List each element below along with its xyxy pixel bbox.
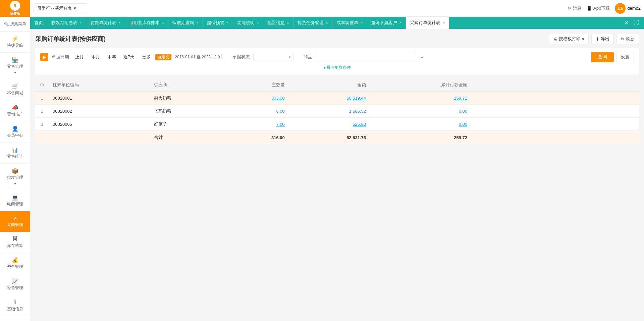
retail-mgmt-icon: 🏪	[12, 57, 18, 63]
tab-invite-downstream[interactable]: 邀请下游客户 ×	[367, 17, 406, 29]
tab-pick-task-mgmt-close[interactable]: ×	[326, 20, 328, 25]
table-row: 2 00020002 飞鹤奶粉 6.00 1,586.52 0.00	[35, 105, 639, 118]
filter-more-icon[interactable]: ···	[420, 55, 423, 60]
page-header: 采购订单统计表(按供应商) 🖨 按模板打印 ▾ ⬇ 导出 ↻ 刷新	[35, 34, 639, 44]
tab-pick-task-mgmt[interactable]: 拣货任务管理 ×	[293, 17, 332, 29]
query-button[interactable]: 查询	[591, 52, 614, 62]
date-btn-more[interactable]: 更多	[139, 53, 153, 61]
tab-goods-stats[interactable]: 要货单统计表 ×	[86, 17, 125, 29]
tab-over-stock-warning[interactable]: 超储预警 ×	[203, 17, 233, 29]
logo-icon-text: 6	[14, 3, 16, 8]
sidebar-item-quick-nav-label: 快捷导航	[7, 43, 23, 48]
tab-cost-adjust[interactable]: 成本调整单 ×	[332, 17, 367, 29]
row-2-paid-link[interactable]: 0.00	[459, 109, 467, 114]
tabbar-close-all-button[interactable]: ✕	[623, 19, 630, 27]
filter-expand-row: ▾ 展开更多条件	[40, 65, 634, 70]
row-1-paid-link[interactable]: 259.72	[454, 96, 467, 101]
tab-config-info[interactable]: 配置信息 ×	[263, 17, 293, 29]
status-select[interactable]	[253, 53, 293, 61]
tabbar-maximize-button[interactable]: ⛶	[632, 19, 641, 26]
footer-qty: 316.00	[225, 131, 289, 144]
row-2-qty-link[interactable]: 6.00	[276, 109, 284, 114]
logo-icon: 6	[10, 1, 20, 11]
sidebar-item-quick-nav[interactable]: ⚡ 快捷导航	[0, 32, 30, 53]
quick-nav-icon: ⚡	[12, 36, 18, 42]
sidebar-search-button[interactable]: 🔍 搜索菜单	[2, 19, 28, 29]
row-3-qty-link[interactable]: 7.00	[276, 122, 284, 127]
avatar: Ea	[615, 3, 626, 14]
tab-expiry-query[interactable]: 保质期查询 ×	[168, 17, 203, 29]
sidebar-item-retail-stats[interactable]: 📊 零售统计	[0, 143, 30, 164]
tab-available-stock[interactable]: 可用量库存账本 ×	[125, 17, 168, 29]
tab-goods-stats-close[interactable]: ×	[118, 20, 121, 25]
col-amount: 金额	[289, 78, 370, 92]
tab-purchase-order-stats[interactable]: 采购订单统计表 ×	[406, 17, 449, 29]
tab-cost-adjust-close[interactable]: ×	[360, 20, 363, 25]
date-btn-last-7days[interactable]: 近7天	[121, 53, 137, 61]
goods-input[interactable]	[316, 53, 416, 61]
export-label: 导出	[601, 36, 609, 42]
tab-available-stock-close[interactable]: ×	[162, 20, 164, 25]
topbar-message-button[interactable]: ✉ 消息	[568, 5, 582, 11]
sidebar-item-ecommerce-mgmt[interactable]: 💻 电商管理	[0, 190, 30, 211]
sidebar-item-retail-mgmt[interactable]: 🏪 零售管理 ▾	[0, 53, 30, 79]
sidebar: 6 标签版 🔍 搜索菜单 ⚡ 快捷导航 🏪 零售管理 ▾ 🛒	[0, 0, 30, 321]
tab-receive-send[interactable]: 收发存汇总表 ×	[47, 17, 86, 29]
row-2-amount-link[interactable]: 1,586.52	[349, 109, 366, 114]
workspace-selector[interactable]: 母婴行业演示账套 ▾	[34, 3, 87, 13]
tab-expiry-query-label: 保质期查询	[172, 20, 194, 26]
row-2-qty: 6.00	[225, 105, 289, 118]
row-3-qty: 7.00	[225, 118, 289, 131]
user-name: demo2	[627, 6, 641, 11]
col-empty	[471, 78, 639, 92]
sidebar-item-sys-mgmt[interactable]: ⚙ 系统管理	[0, 316, 30, 321]
expand-down-icon: ▾	[324, 65, 326, 70]
sidebar-item-purchase-mgmt[interactable]: 🛍 采购管理	[0, 211, 30, 232]
topbar: 母婴行业演示账套 ▾ ✉ 消息 📱 App下载 Ea demo2	[30, 0, 644, 17]
tabbar-actions: ✕ ⛶	[623, 19, 644, 27]
row-3-amount-link[interactable]: 525.80	[353, 122, 366, 127]
tab-home[interactable]: 首页	[30, 17, 47, 29]
refresh-button[interactable]: ↻ 刷新	[616, 34, 639, 44]
date-label: 单据日期	[52, 54, 69, 60]
date-btn-this-month[interactable]: 本月	[89, 53, 103, 61]
inventory-check-icon: 🗄	[12, 236, 18, 242]
purchase-mgmt-icon: 🛍	[12, 215, 18, 221]
filter-panel: ▶ 单据日期 上月 本月 本年 近7天 更多 自定义 2016-01-01 至 …	[35, 48, 639, 74]
sidebar-item-member-center[interactable]: 👤 会员中心	[0, 121, 30, 143]
date-btn-last-month[interactable]: 上月	[72, 53, 87, 61]
row-3-paid-link[interactable]: 0.00	[459, 122, 467, 127]
settings-button[interactable]: 设置	[616, 52, 634, 62]
date-btn-this-year[interactable]: 本年	[105, 53, 119, 61]
row-1-amount-link[interactable]: 60,519.44	[346, 96, 366, 101]
filter-toggle-button[interactable]: ▶	[40, 53, 48, 61]
sidebar-item-basic-info[interactable]: ℹ 基础信息	[0, 295, 30, 316]
wholesale-mgmt-icon: 📦	[12, 168, 18, 174]
tab-receive-send-close[interactable]: ×	[79, 20, 82, 25]
table-settings-icon[interactable]: ⚙	[40, 82, 44, 88]
tab-invite-downstream-close[interactable]: ×	[399, 20, 401, 25]
tab-purchase-order-stats-close[interactable]: ×	[442, 20, 445, 25]
row-3-empty	[471, 118, 639, 131]
member-center-icon: 👤	[12, 125, 18, 132]
print-button[interactable]: 🖨 按模板打印 ▾	[549, 34, 589, 44]
sidebar-item-ops-mgmt[interactable]: 📈 经营管理	[0, 274, 30, 295]
sidebar-item-wholesale-mgmt[interactable]: 📦 批发管理 ▾	[0, 164, 30, 190]
export-button[interactable]: ⬇ 导出	[591, 34, 614, 44]
expand-conditions-button[interactable]: ▾ 展开更多条件	[324, 65, 351, 70]
sidebar-item-finance-mgmt[interactable]: 💰 资金管理	[0, 253, 30, 274]
tab-function-desc-close[interactable]: ×	[257, 20, 259, 25]
sidebar-item-retail-store[interactable]: 🛒 零售商城	[0, 79, 30, 100]
row-1-index: 1	[35, 92, 49, 105]
sidebar-item-inventory-check[interactable]: 🗄 库存核算	[0, 232, 30, 253]
row-1-qty-link[interactable]: 303.00	[271, 96, 285, 101]
ops-mgmt-icon: 📈	[12, 278, 18, 284]
tab-function-desc[interactable]: 功能说明 ×	[233, 17, 263, 29]
topbar-user-button[interactable]: Ea demo2	[615, 3, 641, 14]
tab-over-stock-warning-close[interactable]: ×	[226, 20, 229, 25]
topbar-app-download-button[interactable]: 📱 App下载	[587, 5, 610, 11]
sidebar-item-marketing[interactable]: 📣 营销推广	[0, 100, 30, 121]
tab-expiry-query-close[interactable]: ×	[196, 20, 199, 25]
sidebar-search-label: 搜索菜单	[10, 21, 26, 27]
tab-config-info-close[interactable]: ×	[287, 20, 289, 25]
